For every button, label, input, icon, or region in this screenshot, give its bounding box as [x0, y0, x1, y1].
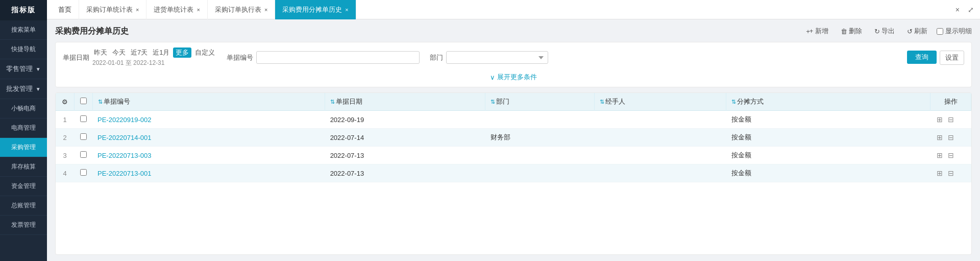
refresh-button[interactable]: ↺ 刷新 — [904, 26, 930, 37]
tab-inbound-stats[interactable]: 进货单统计表 × — [146, 0, 207, 19]
order-no-link[interactable]: PE-20220713-003 — [97, 152, 152, 159]
row-method: 按金额 — [726, 164, 930, 182]
tab-bar: 首页 采购订单统计表 × 进货单统计表 × 采购订单执行表 × 采购费用分摊单历… — [47, 0, 980, 19]
export-button[interactable]: ↻ 导出 — [871, 26, 898, 37]
add-button[interactable]: + + 新增 — [803, 26, 831, 37]
chevron-down-icon: ▼ — [36, 66, 41, 72]
more-action-icon[interactable]: ⊟ — [947, 150, 955, 160]
show-columns-input[interactable] — [937, 28, 943, 35]
row-date: 2022-09-19 — [325, 111, 485, 129]
row-order-no: PE-20220713-001 — [92, 164, 325, 182]
table-header-row: ⚙ ⇅单据编号 ⇅单据日期 ⇅部门 ⇅经手人 ⇅分摊方式 操作 — [56, 93, 971, 111]
sidebar-item-wholesale[interactable]: 批发管理 ▼ — [0, 79, 47, 99]
tab-purchase-fee-history[interactable]: 采购费用分摊单历史 × — [275, 0, 356, 19]
th-checkbox[interactable] — [74, 93, 92, 111]
sidebar-item-quicknav[interactable]: 快捷导航 — [0, 40, 47, 59]
row-checkbox-cell[interactable] — [74, 147, 92, 164]
sidebar-item-purchase[interactable]: 采购管理 — [0, 138, 47, 157]
row-checkbox-cell[interactable] — [74, 129, 92, 147]
close-window-icon[interactable]: × — [953, 5, 962, 15]
sidebar-item-miniapp[interactable]: 小畅电商 — [0, 99, 47, 118]
sort-icon: ⇅ — [330, 99, 335, 105]
close-icon[interactable]: × — [136, 7, 139, 13]
chevron-down-icon: ∨ — [490, 74, 495, 81]
more-action-icon[interactable]: ⊟ — [947, 114, 955, 125]
dept-select[interactable] — [446, 51, 548, 64]
th-date[interactable]: ⇅单据日期 — [325, 93, 485, 111]
view-action-icon[interactable]: ⊞ — [936, 132, 944, 143]
row-checkbox[interactable] — [80, 151, 87, 158]
row-checkbox-cell[interactable] — [74, 164, 92, 182]
tab-purchase-order-stats[interactable]: 采购订单统计表 × — [79, 0, 146, 19]
th-handler[interactable]: ⇅经手人 — [595, 93, 726, 111]
row-checkbox[interactable] — [80, 169, 87, 176]
sidebar-item-finance[interactable]: 资金管理 — [0, 177, 47, 196]
th-method[interactable]: ⇅分摊方式 — [726, 93, 930, 111]
order-no-input[interactable] — [256, 51, 420, 64]
toolbar: + + 新增 🗑 删除 ↻ 导出 ↺ 刷新 显示明细 — [803, 26, 972, 37]
page-content: 采购费用分摊单历史 + + 新增 🗑 删除 ↻ 导出 ↺ 刷新 — [47, 19, 980, 261]
row-handler — [595, 111, 726, 129]
main-content: 首页 采购订单统计表 × 进货单统计表 × 采购订单执行表 × 采购费用分摊单历… — [47, 0, 980, 261]
today-shortcut[interactable]: 今天 — [111, 48, 127, 58]
tab-controls: × ⤢ — [953, 5, 976, 15]
view-action-icon[interactable]: ⊞ — [936, 150, 944, 160]
row-checkbox[interactable] — [80, 133, 87, 140]
select-all-checkbox[interactable] — [80, 98, 87, 104]
sidebar-item-accounting[interactable]: 总账管理 — [0, 196, 47, 216]
date-label: 单据日期 — [63, 53, 89, 62]
filter-area: 单据日期 昨天 今天 近7天 近1月 更多 自定义 2022-01-01 至 2… — [55, 42, 972, 87]
close-icon[interactable]: × — [345, 7, 348, 13]
row-checkbox[interactable] — [80, 115, 87, 122]
more-shortcut[interactable]: 更多 — [173, 48, 191, 58]
sidebar-item-invoice[interactable]: 发票管理 — [0, 216, 47, 235]
more-action-icon[interactable]: ⊟ — [947, 168, 955, 178]
delete-button[interactable]: 🗑 删除 — [838, 26, 865, 37]
th-dept[interactable]: ⇅部门 — [485, 93, 595, 111]
sort-icon: ⇅ — [731, 99, 736, 105]
row-actions: ⊞ ⊟ — [930, 111, 971, 129]
settings-button[interactable]: 设置 — [940, 51, 964, 65]
order-no-link[interactable]: PE-20220714-001 — [97, 134, 152, 141]
sidebar-item-retail[interactable]: 零售管理 ▼ — [0, 59, 47, 79]
sidebar-item-ecommerce[interactable]: 电商管理 — [0, 118, 47, 138]
row-order-no: PE-20220713-003 — [92, 147, 325, 164]
row-handler — [595, 129, 726, 147]
query-button[interactable]: 查询 — [907, 51, 937, 64]
view-action-icon[interactable]: ⊞ — [936, 114, 944, 125]
th-order-no[interactable]: ⇅单据编号 — [92, 93, 325, 111]
sort-icon: ⇅ — [98, 99, 103, 105]
row-date: 2022-07-13 — [325, 164, 485, 182]
table-body: 1 PE-20220919-002 2022-09-19 按金额 ⊞ ⊟ 2 P… — [56, 111, 971, 182]
order-no-link[interactable]: PE-20220713-001 — [97, 170, 152, 177]
order-no-label: 单据编号 — [227, 53, 253, 62]
sidebar-item-search[interactable]: 搜索菜单 — [0, 20, 47, 40]
row-num: 2 — [56, 129, 74, 147]
yesterday-shortcut[interactable]: 昨天 — [92, 48, 109, 58]
date-filter-group: 单据日期 昨天 今天 近7天 近1月 更多 自定义 2022-01-01 至 2… — [63, 48, 216, 67]
close-icon[interactable]: × — [264, 7, 267, 13]
refresh-icon: ↺ — [907, 28, 913, 35]
dept-filter-group: 部门 — [430, 51, 548, 64]
close-icon[interactable]: × — [197, 7, 200, 13]
show-columns-checkbox[interactable]: 显示明细 — [937, 27, 972, 36]
custom-shortcut[interactable]: 自定义 — [193, 48, 216, 58]
more-action-icon[interactable]: ⊟ — [947, 132, 955, 143]
order-no-link[interactable]: PE-20220919-002 — [97, 116, 152, 124]
tab-purchase-order-exec[interactable]: 采购订单执行表 × — [208, 0, 275, 19]
last1month-shortcut[interactable]: 近1月 — [151, 48, 171, 58]
tab-home[interactable]: 首页 — [51, 0, 79, 19]
trash-icon: 🗑 — [841, 28, 847, 35]
th-operations: 操作 — [930, 93, 971, 111]
row-dept — [485, 164, 595, 182]
row-checkbox-cell[interactable] — [74, 111, 92, 129]
order-no-filter-group: 单据编号 — [227, 51, 420, 64]
sidebar-logo: 指标版 — [0, 0, 47, 20]
th-settings[interactable]: ⚙ — [56, 93, 74, 111]
sidebar-item-inventory[interactable]: 库存核算 — [0, 157, 47, 177]
expand-more-button[interactable]: ∨ 展开更多条件 — [490, 73, 537, 82]
last7days-shortcut[interactable]: 近7天 — [129, 48, 149, 58]
maximize-window-icon[interactable]: ⤢ — [966, 5, 976, 15]
view-action-icon[interactable]: ⊞ — [936, 168, 944, 178]
row-num: 1 — [56, 111, 74, 129]
